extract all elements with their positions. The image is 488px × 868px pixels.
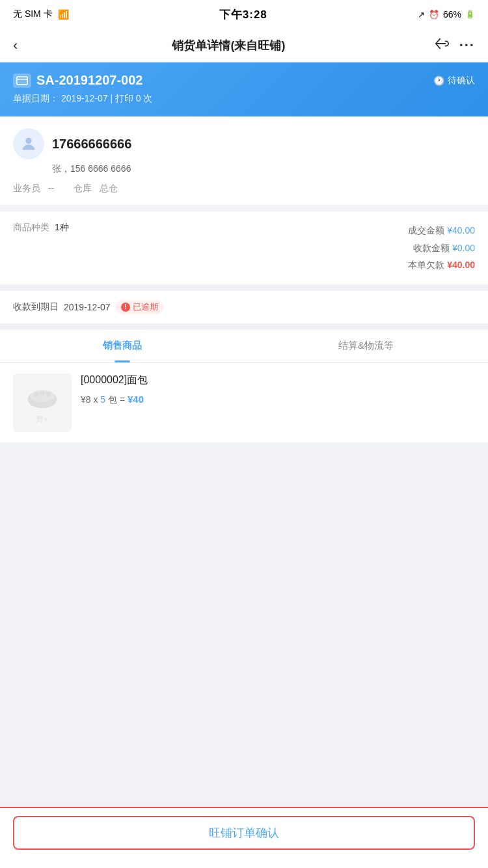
price-per-unit: ¥8 xyxy=(81,394,91,405)
summary-top: 商品种类 1种 成交金额 ¥40.00 收款金额 ¥0.00 本单欠款 ¥40.… xyxy=(13,222,475,274)
tab-products-label: 销售商品 xyxy=(103,340,142,352)
customer-info-card: 17666666666 张，156 6666 6666 业务员 -- 仓库 总仓 xyxy=(0,116,488,205)
due-date-card: 收款到期日 2019-12-07 ! 已逾期 xyxy=(0,291,488,323)
customer-row: 17666666666 xyxy=(13,128,475,159)
received-amount-label: 收款金额 xyxy=(413,243,450,253)
product-price: ¥8 x 5 包 = ¥40 xyxy=(81,394,475,406)
order-icon xyxy=(13,74,31,88)
clock-icon: 🕐 xyxy=(433,75,444,86)
status-time: 下午3:28 xyxy=(219,7,267,22)
order-date-row: 单据日期： 2019-12-07 | 打印 0 次 xyxy=(13,93,475,105)
unit: 包 xyxy=(108,394,117,405)
product-types-section: 商品种类 1种 xyxy=(13,222,69,274)
order-id: SA-20191207-002 xyxy=(13,73,142,88)
back-button[interactable]: ‹ xyxy=(8,32,23,59)
status-badge: 🕐 待确认 xyxy=(433,75,475,87)
owed-amount-label: 本单欠款 xyxy=(408,260,444,270)
main-content xyxy=(0,442,488,625)
total-price: ¥40 xyxy=(128,394,144,405)
product-types-label: 商品种类 xyxy=(13,222,49,234)
confirm-button-label: 旺铺订单确认 xyxy=(209,825,279,841)
svg-point-2 xyxy=(25,138,31,144)
overdue-badge: ! 已逾期 xyxy=(116,300,163,314)
product-name: [0000002]面包 xyxy=(81,373,475,387)
carrier-text: 无 SIM 卡 xyxy=(13,8,53,20)
salesperson-value: -- xyxy=(48,183,54,193)
equals-sign: = xyxy=(120,394,128,405)
tabs-container: 销售商品 结算&物流等 xyxy=(0,330,488,363)
product-card: 野+ [0000002]面包 ¥8 x 5 包 = ¥40 xyxy=(0,363,488,442)
customer-phone: 17666666666 xyxy=(52,137,131,152)
warehouse-label: 仓库 xyxy=(74,183,92,193)
overdue-text: 已逾期 xyxy=(133,301,158,313)
warehouse-value: 总仓 xyxy=(100,183,118,193)
battery-text: 66% xyxy=(443,9,461,20)
deal-amount-row: 成交金额 ¥40.00 xyxy=(408,222,475,239)
deal-amount-value: ¥40.00 xyxy=(447,225,475,236)
avatar xyxy=(13,128,44,159)
header-card: SA-20191207-002 🕐 待确认 单据日期： 2019-12-07 |… xyxy=(0,62,488,116)
svg-rect-0 xyxy=(17,77,28,85)
deal-amount-label: 成交金额 xyxy=(408,225,444,236)
tab-settlement[interactable]: 结算&物流等 xyxy=(244,330,488,362)
svg-point-5 xyxy=(34,392,39,398)
header-card-top: SA-20191207-002 🕐 待确认 xyxy=(13,73,475,88)
customer-name: 张，156 6666 6666 xyxy=(52,163,475,175)
owed-amount-row: 本单欠款 ¥40.00 xyxy=(408,256,475,274)
status-right: ↗ ⏰ 66% 🔋 xyxy=(418,9,475,20)
tab-underline xyxy=(115,360,130,362)
due-date-value: 2019-12-07 xyxy=(64,302,111,312)
nav-bar: ‹ 销货单详情(来自旺铺) ··· xyxy=(0,29,488,62)
info-row: 业务员 -- 仓库 总仓 xyxy=(13,183,475,195)
received-amount-row: 收款金额 ¥0.00 xyxy=(408,239,475,257)
nav-actions: ··· xyxy=(435,36,475,54)
status-left: 无 SIM 卡 📶 xyxy=(13,8,69,20)
quantity: 5 xyxy=(100,394,105,405)
tab-products[interactable]: 销售商品 xyxy=(0,330,244,362)
summary-card: 商品种类 1种 成交金额 ¥40.00 收款金额 ¥0.00 本单欠款 ¥40.… xyxy=(0,211,488,284)
amounts-section: 成交金额 ¥40.00 收款金额 ¥0.00 本单欠款 ¥40.00 xyxy=(408,222,475,274)
status-bar: 无 SIM 卡 📶 下午3:28 ↗ ⏰ 66% 🔋 xyxy=(0,0,488,29)
page-title: 销货单详情(来自旺铺) xyxy=(172,38,285,53)
product-image: 野+ xyxy=(13,373,72,432)
share-icon[interactable] xyxy=(435,36,449,54)
due-date-label: 收款到期日 xyxy=(13,301,59,313)
wifi-icon: 📶 xyxy=(58,9,69,20)
received-amount-value: ¥0.00 xyxy=(452,243,475,253)
svg-point-7 xyxy=(46,392,51,398)
tabs: 销售商品 结算&物流等 xyxy=(0,330,488,362)
more-options-icon[interactable]: ··· xyxy=(459,37,475,54)
svg-point-6 xyxy=(40,391,45,396)
salesperson-label: 业务员 xyxy=(13,183,40,193)
product-types-value: 1种 xyxy=(55,222,69,234)
product-info: [0000002]面包 ¥8 x 5 包 = ¥40 xyxy=(81,373,475,406)
location-icon: ↗ xyxy=(418,10,425,20)
confirm-order-button[interactable]: 旺铺订单确认 xyxy=(13,816,475,850)
battery-icon: 🔋 xyxy=(465,10,475,19)
bottom-button-area: 旺铺订单确认 xyxy=(0,807,488,868)
owed-amount-value: ¥40.00 xyxy=(447,260,475,270)
overdue-dot-icon: ! xyxy=(121,303,130,312)
multiply-sign: x xyxy=(93,394,100,405)
alarm-icon: ⏰ xyxy=(429,10,439,20)
tab-settlement-label: 结算&物流等 xyxy=(338,340,394,352)
